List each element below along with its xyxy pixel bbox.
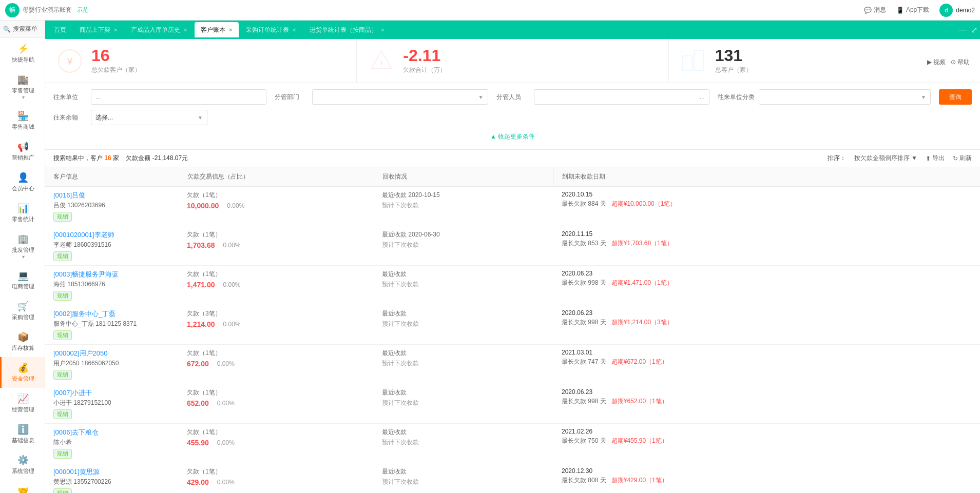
tab-products-close[interactable]: ✕ (113, 27, 118, 33)
overdue-link-7[interactable]: 超期¥429.00（1笔） (611, 477, 668, 484)
results-info: 搜索结果中，客户 16 家 欠款金额 -21,148.07元 (53, 154, 188, 163)
sidebar-search[interactable]: 🔍 搜索菜单 (0, 21, 45, 38)
overdue-days-2: 最长欠款 998 天 超期¥1,471.00（1笔） (562, 279, 972, 287)
customer-name-link-4[interactable]: [000002]用户2050 (53, 349, 170, 358)
debt-amount-6[interactable]: 455.90 (187, 439, 209, 447)
overdue-link-3[interactable]: 超期¥1,214.00（3笔） (611, 319, 673, 326)
debt-amount-0[interactable]: 10,000.00 (187, 202, 219, 210)
export-btn[interactable]: ⬆ 导出 (926, 154, 945, 163)
source-unit-input[interactable]: ... (91, 89, 266, 105)
customer-contact-6: 陈小希 (53, 438, 170, 447)
overdue-link-0[interactable]: 超期¥10,000.00（1笔） (611, 200, 677, 207)
sidebar-item-operations[interactable]: 📈 经营管理 (0, 388, 45, 419)
tab-maximize-icon[interactable]: ⤢ (971, 25, 977, 35)
stat-number-amount: -2.11 (403, 47, 446, 64)
tab-purchase[interactable]: 采购订单统计表 ✕ (240, 22, 302, 37)
overdue-link-5[interactable]: 超期¥652.00（1笔） (611, 398, 668, 405)
table-row: [0016]吕俊 吕俊 13026203696 现销 欠款（1笔） 10,000… (45, 187, 980, 226)
sidebar-item-purchase[interactable]: 🛒 采购管理 (0, 295, 45, 326)
sidebar-label-basic-info: 基础信息 (12, 437, 34, 444)
sidebar-item-retail-mgmt[interactable]: 🏬 零售管理 ▾ (0, 69, 45, 105)
sidebar-label-purchase: 采购管理 (12, 313, 34, 321)
sidebar-item-quick-nav[interactable]: ⚡ 快捷导航 (0, 38, 45, 69)
customer-name-link-5[interactable]: [0007]小进干 (53, 388, 170, 398)
tab-account[interactable]: 客户账本 ✕ (195, 22, 239, 37)
content-area: 首页 商品上下架 ✕ 产成品入库单历史 ✕ 客户账本 ✕ 采购订单统计表 ✕ (45, 21, 980, 493)
overdue-link-1[interactable]: 超期¥1,703.68（1笔） (611, 240, 673, 247)
overdue-link-6[interactable]: 超期¥455.90（1笔） (611, 437, 668, 444)
customer-name-link-6[interactable]: [0006]去下粮仓 (53, 428, 170, 437)
download-icon: 📱 (896, 7, 904, 14)
stat-number-overdue-customers: 16 (91, 47, 141, 64)
latest-collection-6: 最近收款 (382, 428, 545, 437)
customer-name-link-1[interactable]: [0001020001]李老师 (53, 230, 170, 240)
debt-ratio-4: 0.00% (217, 360, 235, 367)
debt-count-7: 欠款（1笔） (187, 467, 366, 476)
brand-tagline[interactable]: 示范 (77, 6, 88, 14)
sidebar-label-system: 系统管理 (12, 467, 34, 475)
dept-select[interactable]: ▼ (312, 89, 488, 105)
tab-production-close[interactable]: ✕ (183, 27, 187, 33)
app-download-btn[interactable]: 📱 App下载 (896, 6, 929, 14)
tab-production[interactable]: 产成品入库单历史 ✕ (125, 22, 194, 37)
overdue-days-3: 最长欠款 998 天 超期¥1,214.00（3笔） (562, 318, 972, 327)
person-input[interactable]: ... (534, 89, 709, 105)
debt-amount-7[interactable]: 429.00 (187, 478, 209, 486)
sidebar-item-enterprise[interactable]: 🤝 企业协同 (0, 480, 45, 493)
table-row: [000002]用户2050 用户2050 18665062050 现销 欠款（… (45, 345, 980, 384)
debt-amount-2[interactable]: 1,471.00 (187, 281, 215, 289)
sidebar-item-system[interactable]: ⚙️ 系统管理 (0, 449, 45, 480)
tab-inbound[interactable]: 进货单统计表（按商品） ✕ (303, 22, 391, 37)
customer-name-link-2[interactable]: [0003]畅捷服务尹海蓝 (53, 270, 170, 279)
tab-inbound-close[interactable]: ✕ (380, 27, 385, 33)
video-btn[interactable]: ▶ 视频 (927, 58, 946, 67)
overdue-link-2[interactable]: 超期¥1,471.00（1笔） (611, 279, 673, 286)
tab-minimize-icon[interactable]: — (958, 25, 967, 34)
sidebar-item-inventory[interactable]: 📦 库存核算 (0, 326, 45, 357)
debt-amount-5[interactable]: 652.00 (187, 399, 209, 407)
user-area[interactable]: d demo2 (939, 4, 975, 17)
query-button[interactable]: 查询 (939, 89, 972, 105)
recovery-info-3: 最近收款 预计下次收款 (382, 309, 545, 328)
debt-count-1: 欠款（1笔） (187, 230, 366, 239)
latest-collection-1: 最近收款 2020-06-30 (382, 230, 545, 239)
sidebar-item-ecommerce[interactable]: 💻 电商管理 (0, 265, 45, 295)
sort-select[interactable]: 按欠款金额倒序排序 ▼ (854, 154, 917, 163)
customer-name-link-3[interactable]: [0002]服务中心_丁磊 (53, 309, 170, 319)
message-label: 消息 (874, 6, 886, 14)
cell-duedate-0: 2020.10.15 最长欠款 884 天 超期¥10,000.00（1笔） (553, 187, 980, 226)
message-btn[interactable]: 💬 消息 (864, 6, 886, 14)
balance-select[interactable]: 选择... ▼ (91, 110, 207, 125)
col-header-recovery: 回收情况 (374, 167, 553, 187)
customer-name-link-7[interactable]: [000001]黄思源 (53, 467, 170, 477)
tab-account-close[interactable]: ✕ (228, 27, 233, 33)
tab-purchase-close[interactable]: ✕ (292, 27, 296, 33)
sidebar-item-wholesale[interactable]: 🏢 批发管理 ▾ (0, 228, 45, 265)
tab-home[interactable]: 首页 (48, 22, 72, 37)
cell-customer-7: [000001]黄思源 黄思源 13552700226 现销 (45, 463, 179, 494)
overdue-link-4[interactable]: 超期¥672.00（1笔） (611, 358, 668, 365)
results-actions: 排序： 按欠款金额倒序排序 ▼ ⬆ 导出 ↻ 刷新 (828, 154, 972, 163)
retail-mgmt-icon: 🏬 (17, 74, 29, 85)
unit-category-select[interactable]: ▼ (759, 89, 931, 105)
refresh-btn[interactable]: ↻ 刷新 (953, 154, 972, 163)
sidebar-item-members[interactable]: 👤 会员中心 (0, 167, 45, 198)
collapse-btn[interactable]: ▲ 收起更多条件 (53, 130, 972, 143)
basic-info-icon: ℹ️ (17, 424, 29, 435)
sidebar-item-finance[interactable]: 💰 资金管理 (0, 357, 45, 388)
sidebar-item-marketing[interactable]: 📢 营销推广 (0, 136, 45, 167)
company-name: 母婴行业演示账套 (23, 6, 72, 14)
results-customer-count: 16 (104, 154, 111, 162)
latest-collection-4: 最近收款 (382, 349, 545, 358)
help-btn[interactable]: ⊙ 帮助 (951, 58, 970, 67)
sidebar-item-basic-info[interactable]: ℹ️ 基础信息 (0, 419, 45, 449)
customer-badge-3: 现销 (53, 330, 72, 340)
debt-amount-3[interactable]: 1,214.00 (187, 320, 215, 328)
sidebar-item-retail-mall[interactable]: 🏪 零售商城 (0, 105, 45, 136)
debt-amount-1[interactable]: 1,703.68 (187, 241, 215, 249)
export-icon: ⬆ (926, 155, 931, 162)
tab-products[interactable]: 商品上下架 ✕ (73, 22, 124, 37)
sidebar-item-retail-stats[interactable]: 📊 零售统计 (0, 198, 45, 228)
customer-name-link-0[interactable]: [0016]吕俊 (53, 191, 170, 200)
debt-amount-4[interactable]: 672.00 (187, 360, 209, 368)
